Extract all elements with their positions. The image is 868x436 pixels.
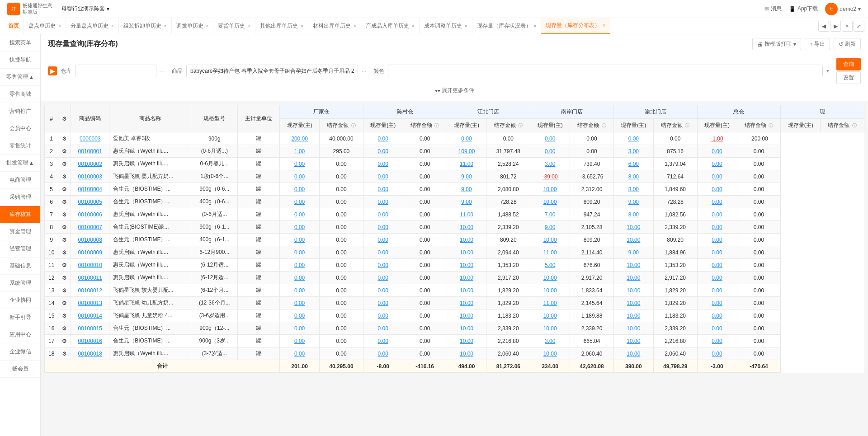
info-icon-7[interactable]: ⓘ [852,123,857,128]
info-icon-1[interactable]: ⓘ [351,123,356,128]
sidebar-item-ecommerce[interactable]: 电商管理 [0,172,40,189]
refresh-btn[interactable]: ↺ 刷新 [834,38,861,50]
sidebar-item-operations[interactable]: 经营管理 [0,240,40,258]
cell-gear[interactable]: ⚙ [58,246,71,259]
tab-4[interactable]: 调拨单历史 × [172,18,214,34]
cell-gear[interactable]: ⚙ [58,221,71,234]
tab-close-6[interactable]: × [354,23,356,28]
tab-8[interactable]: 产成品入库单历史 × [361,18,420,34]
tab-7[interactable]: 材料出库单历史 × [308,18,361,34]
cell-gear[interactable]: ⚙ [58,322,71,335]
sidebar-item-wechat[interactable]: 企业微信 [0,343,40,361]
sidebar-item-retail-stats[interactable]: 零售统计 [0,137,40,155]
cell-gear[interactable]: ⚙ [58,234,71,246]
cell-w3-qty: 10.00 [447,234,486,246]
cell-gear[interactable]: ⚙ [58,132,71,145]
table-row: 18 ⚙ 00100018 惠氏启赋（Wyeth illu... (3-7岁适.… [45,347,864,360]
tab-close-3[interactable]: × [206,23,209,28]
cell-gear[interactable]: ⚙ [58,272,71,284]
info-icon-2[interactable]: ⓘ [434,123,439,128]
tab-10[interactable]: 现存量（库存状况表） × [472,18,542,34]
tab-11-active[interactable]: 现存量（库存分布表） × [541,18,610,34]
tab-9[interactable]: 成本调整单历史 × [420,18,472,34]
cell-gear[interactable]: ⚙ [58,347,71,360]
info-icon-4[interactable]: ⓘ [602,123,606,128]
tab-close-1[interactable]: × [111,23,114,28]
sidebar-item-purchase[interactable]: 采购管理 [0,189,40,206]
nav-next[interactable]: ▶ [830,21,841,32]
sidebar-item-app-center[interactable]: 应用中心 [0,326,40,343]
export-btn[interactable]: ↑ 导出 [805,38,830,50]
sidebar-item-guide[interactable]: 新手引导 [0,309,40,326]
nav-prev[interactable]: ◀ [818,21,829,32]
query-button[interactable]: 查询 [836,58,861,70]
nav-expand[interactable]: ⤢ [854,21,864,32]
setting-button[interactable]: 设置 [836,71,861,84]
sidebar-item-quicknav[interactable]: 快捷导航 [0,52,40,69]
sidebar-item-inventory[interactable]: 库存核算 [0,206,40,223]
cell-w2-qty: 0.00 [363,272,403,284]
cell-w4-amt: 665.04 [570,335,614,347]
sidebar-item-member[interactable]: 会员中心 [0,120,40,137]
tab-home[interactable]: 首页 [4,18,24,34]
sidebar-item-retail-mall[interactable]: 零售商城 [0,86,40,103]
tab-close-7[interactable]: × [412,23,415,28]
cell-gear[interactable]: ⚙ [58,309,71,322]
th-unit: 主计量单位 [238,105,280,132]
print-btn[interactable]: 🖨 按模版打印 ▾ [752,38,801,50]
cell-gear[interactable]: ⚙ [58,259,71,272]
info-icon-5[interactable]: ⓘ [685,123,689,128]
tab-6[interactable]: 其他出库单历史 × [255,18,308,34]
sidebar-item-system[interactable]: 系统管理 [0,275,40,292]
tab-5[interactable]: 要货单历史 × [213,18,255,34]
tab-close-8[interactable]: × [465,23,467,28]
cell-gear[interactable]: ⚙ [58,196,71,208]
cell-name: 飞鹤星飞帆 较大婴儿配... [109,284,191,297]
industry-selector[interactable]: 母婴行业演示陈套 ▾ [61,5,109,13]
sidebar-item-marketing[interactable]: 营销推广 [0,103,40,120]
cell-gear[interactable]: ⚙ [58,297,71,309]
sidebar-item-retail-manage[interactable]: 零售管理 ▲ [0,69,40,86]
tab-close-10[interactable]: × [603,23,605,28]
cell-gear[interactable]: ⚙ [58,335,71,347]
tab-close-4[interactable]: × [248,23,250,28]
goods-input[interactable] [186,65,358,77]
nav-close-all[interactable]: × [842,21,853,32]
table-row: 14 ⚙ 00100013 飞鹤星飞帆 幼儿配方奶... (12-36个月...… [45,297,864,309]
tab-close-5[interactable]: × [301,23,303,28]
cell-gear[interactable]: ⚙ [58,208,71,221]
sum-w5-amt: 49,798.29 [653,360,697,373]
sidebar-item-basic-info[interactable]: 基础信息 [0,258,40,275]
warehouse-input[interactable] [75,65,156,77]
sidebar-item-member2[interactable]: 畅会员 [0,361,40,378]
user-menu[interactable]: E demo2 ▾ [825,3,861,15]
tab-close-9[interactable]: × [534,23,537,28]
message-btn[interactable]: ✉ 消息 [764,5,782,13]
cell-gear[interactable]: ⚙ [58,158,71,170]
info-icon-3[interactable]: ⓘ [518,123,523,128]
cell-gear[interactable]: ⚙ [58,170,71,183]
tab-close-2[interactable]: × [164,23,167,28]
cell-gear[interactable]: ⚙ [58,183,71,196]
cell-gear[interactable]: ⚙ [58,284,71,297]
color-dropdown[interactable]: ▾ [826,68,829,74]
cell-gear[interactable]: ⚙ [58,145,71,158]
expand-more-btn[interactable]: ▾▾ 展开更多条件 [435,87,474,94]
cell-w2-qty: 0.00 [363,322,403,335]
warehouse-ellipsis[interactable]: ··· [160,68,165,74]
sidebar-item-search[interactable]: 搜索英单 [0,34,40,52]
app-download-btn[interactable]: 📱 App下载 [789,5,818,13]
color-input[interactable] [388,65,823,77]
sidebar-item-wholesale[interactable]: 批发管理 ▲ [0,155,40,172]
cell-w6-amt: 0.00 [737,183,781,196]
tab-close-0[interactable]: × [58,23,61,28]
tab-2[interactable]: 分量盘点单历史 × [66,18,119,34]
filter-expand-btn[interactable]: ▶ [48,66,57,75]
tab-3[interactable]: 组装拆卸单历史 × [119,18,172,34]
goods-ellipsis[interactable]: ··· [362,68,366,74]
info-icon-6[interactable]: ⓘ [769,123,773,128]
tab-1[interactable]: 盘点单历史 × [24,18,66,34]
cell-code: 00100006 [71,208,109,221]
sidebar-item-enterprise-collab[interactable]: 企业协同 [0,292,40,309]
sidebar-item-finance[interactable]: 资金管理 [0,223,40,240]
